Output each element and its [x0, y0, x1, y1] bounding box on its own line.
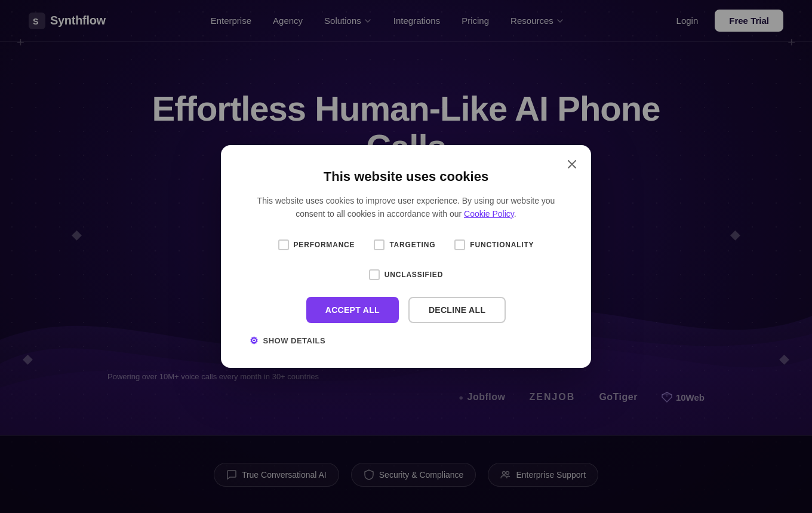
checkbox-targeting[interactable]: TARGETING — [374, 239, 435, 250]
performance-checkbox-box[interactable] — [278, 239, 289, 250]
checkbox-unclassified[interactable]: UNCLASSIFIED — [369, 269, 443, 280]
decline-all-button[interactable]: DECLINE ALL — [408, 297, 506, 323]
modal-body: This website uses cookies to improve use… — [250, 194, 562, 221]
modal-close-button[interactable] — [562, 155, 582, 174]
functionality-checkbox-box[interactable] — [454, 239, 465, 250]
modal-action-buttons: ACCEPT ALL DECLINE ALL — [250, 297, 562, 323]
checkbox-performance[interactable]: PERFORMANCE — [278, 239, 355, 250]
cookie-modal: This website uses cookies This website u… — [221, 145, 591, 368]
accept-all-button[interactable]: ACCEPT ALL — [306, 297, 399, 323]
targeting-checkbox-box[interactable] — [374, 239, 385, 250]
unclassified-checkbox-box[interactable] — [369, 269, 380, 280]
show-details-button[interactable]: ⚙ SHOW DETAILS — [250, 335, 325, 346]
cookie-checkboxes: PERFORMANCE TARGETING FUNCTIONALITY UNCL… — [250, 239, 562, 280]
checkbox-functionality[interactable]: FUNCTIONALITY — [454, 239, 534, 250]
modal-overlay: This website uses cookies This website u… — [0, 0, 812, 513]
close-icon — [567, 159, 577, 169]
cookie-policy-link[interactable]: Cookie Policy — [464, 209, 514, 219]
modal-title: This website uses cookies — [250, 169, 562, 185]
gear-icon: ⚙ — [250, 335, 259, 346]
